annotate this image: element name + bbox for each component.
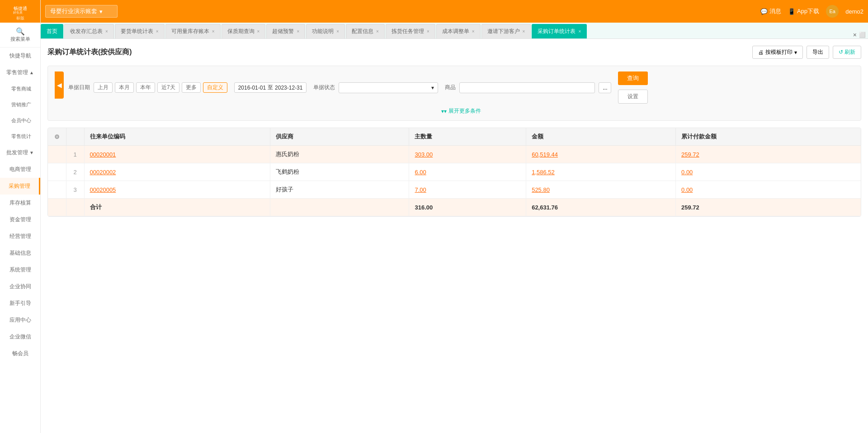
tab-close-icon[interactable]: ×	[523, 29, 525, 34]
tab-gongneng[interactable]: 功能说明 ×	[306, 24, 345, 38]
sidebar-item-purchase[interactable]: 采购管理	[0, 178, 40, 195]
tab-pihuo[interactable]: 拣货任务管理 ×	[386, 24, 435, 38]
tab-peizhi[interactable]: 配置信息 ×	[346, 24, 385, 38]
sidebar-item-finance[interactable]: 资金管理	[0, 211, 40, 228]
date-filter: 单据日期 上月 本月 本年 近7天 更多 自定义	[68, 82, 227, 93]
tab-home[interactable]: 首页	[41, 24, 63, 38]
print-icon: 🖨	[758, 49, 764, 56]
sidebar-item-inventory[interactable]: 库存核算	[0, 195, 40, 211]
tab-close-icon[interactable]: ×	[156, 29, 159, 34]
sidebar-item-ecom[interactable]: 电商管理	[0, 161, 40, 178]
sidebar-item-ops[interactable]: 经营管理	[0, 228, 40, 245]
paid-link[interactable]: 0.00	[681, 186, 693, 193]
footer-paid-cell: 259.72	[676, 199, 861, 216]
date-range-input[interactable]: 2016-01-01 至 2023-12-31	[234, 82, 307, 93]
table-settings-icon[interactable]: ⚙	[54, 133, 60, 140]
tab-close-icon[interactable]: ×	[297, 29, 299, 34]
tab-close-icon[interactable]: ×	[578, 29, 581, 34]
page-title: 采购订单统计表(按供应商)	[47, 48, 132, 57]
goods-filter: 商品 ...	[445, 82, 611, 93]
quantity-link[interactable]: 6.00	[415, 169, 426, 176]
tab-chengben[interactable]: 成本调整单 ×	[436, 24, 481, 38]
sidebar-item-basic[interactable]: 基础信息	[0, 245, 40, 262]
filter-body: 单据日期 上月 本月 本年 近7天 更多 自定义	[68, 71, 854, 115]
sidebar-item-label: 企业协同	[9, 283, 31, 290]
custom-label: 自定义	[207, 84, 223, 90]
tab-label: 邀请下游客户	[487, 28, 520, 35]
code-link[interactable]: 00020002	[90, 169, 116, 176]
user-avatar[interactable]: Ea	[826, 5, 839, 18]
amount-link[interactable]: 60,519.44	[532, 151, 558, 158]
quantity-link[interactable]: 7.00	[415, 186, 426, 193]
tab-close-icon[interactable]: ×	[212, 29, 215, 34]
tab-chaochu[interactable]: 超储预警 ×	[266, 24, 305, 38]
sidebar-item-quick[interactable]: 快捷导航	[0, 48, 40, 64]
status-select[interactable]: ▾	[339, 82, 438, 93]
expand-more-button[interactable]: ▾▾ 展开更多条件	[68, 107, 854, 115]
sidebar-item-system[interactable]: 系统管理	[0, 262, 40, 278]
message-button[interactable]: 💬 消息	[760, 7, 781, 15]
tabbar-actions: × ⬜	[851, 31, 868, 38]
sidebar-item-label: 畅会员	[12, 350, 28, 357]
paid-link[interactable]: 259.72	[681, 151, 699, 158]
amount-link[interactable]: 525.80	[532, 186, 550, 193]
goods-input[interactable]	[459, 82, 595, 93]
tab-close-icon[interactable]: ×	[336, 29, 339, 34]
status-filter: 单据状态 ▾	[313, 82, 438, 93]
sidebar-item-retail-mall[interactable]: 零售商城	[0, 81, 40, 97]
settings-button[interactable]: 设置	[618, 90, 648, 104]
shortcut-7days[interactable]: 近7天	[157, 82, 179, 93]
shortcut-this-year[interactable]: 本年	[136, 82, 155, 93]
sidebar-item-vip[interactable]: 畅会员	[0, 345, 40, 362]
maximize-tab-icon[interactable]: ⬜	[859, 32, 866, 38]
row-paid-cell: 0.00	[676, 181, 861, 199]
col-amount-header: 金额	[526, 128, 676, 146]
tab-close-icon[interactable]: ×	[472, 29, 475, 34]
sidebar-item-retail-stat[interactable]: 零售统计	[0, 128, 40, 144]
sidebar-item-search[interactable]: 🔍 搜索菜单	[0, 23, 40, 48]
template-print-button[interactable]: 🖨 按模板打印 ▾	[752, 46, 803, 59]
tab-yaoqing[interactable]: 邀请下游客户 ×	[481, 24, 531, 38]
tab-close-icon[interactable]: ×	[257, 29, 260, 34]
refresh-button[interactable]: ↺ 刷新	[833, 46, 861, 59]
tab-close-icon[interactable]: ×	[105, 29, 108, 34]
close-tab-icon[interactable]: ×	[853, 31, 857, 38]
row-amount-cell: 525.80	[526, 181, 676, 199]
sidebar-item-marketing[interactable]: 营销推广	[0, 97, 40, 113]
tab-close-icon[interactable]: ×	[376, 29, 379, 34]
shortcut-this-month[interactable]: 本月	[115, 82, 134, 93]
shortcut-more[interactable]: 更多	[182, 82, 201, 93]
footer-label-cell: 合计	[84, 199, 270, 216]
tab-label: 要货单统计表	[121, 28, 153, 35]
sidebar-item-retail[interactable]: 零售管理 ▲	[0, 64, 40, 81]
shortcut-custom[interactable]: 自定义	[203, 82, 227, 93]
row-amount-cell: 1,586.52	[526, 163, 676, 181]
tab-caigou[interactable]: 采购订单统计表 ×	[532, 24, 587, 38]
code-link[interactable]: 00020005	[90, 186, 116, 193]
export-button[interactable]: 导出	[807, 46, 829, 59]
workspace-selector[interactable]: 母婴行业演示账套 ▾	[45, 5, 118, 18]
col-index-header	[66, 128, 84, 146]
sidebar-item-member[interactable]: 会员中心	[0, 113, 40, 128]
query-button[interactable]: 查询	[618, 71, 648, 85]
app-download-button[interactable]: 📱 App下载	[788, 7, 819, 15]
collapse-button[interactable]: ◀	[55, 71, 64, 99]
shortcut-last-month[interactable]: 上月	[94, 82, 113, 93]
tab-yaohuo[interactable]: 要货单统计表 ×	[115, 24, 165, 38]
tab-shoufayuihui[interactable]: 收发存汇总表 ×	[64, 24, 114, 38]
sidebar-item-wechat[interactable]: 企业微信	[0, 328, 40, 345]
code-link[interactable]: 00020001	[90, 151, 116, 158]
paid-link[interactable]: 0.00	[681, 169, 693, 176]
amount-link[interactable]: 1,586.52	[532, 169, 555, 176]
tab-close-icon[interactable]: ×	[427, 29, 429, 34]
tab-keyong[interactable]: 可用量库存账本 ×	[165, 24, 221, 38]
row-supplier-cell: 好孩子	[270, 181, 409, 199]
sidebar-item-appcenter[interactable]: 应用中心	[0, 312, 40, 328]
sidebar-item-newguide[interactable]: 新手引导	[0, 295, 40, 312]
sidebar-item-enterprise[interactable]: 企业协同	[0, 278, 40, 295]
tab-baozhi[interactable]: 保质期查询 ×	[222, 24, 266, 38]
sidebar-item-batch[interactable]: 批发管理 ▼	[0, 144, 40, 161]
quantity-link[interactable]: 303.00	[415, 151, 433, 158]
col-supplier-header: 供应商	[270, 128, 409, 146]
goods-more-button[interactable]: ...	[599, 82, 611, 93]
